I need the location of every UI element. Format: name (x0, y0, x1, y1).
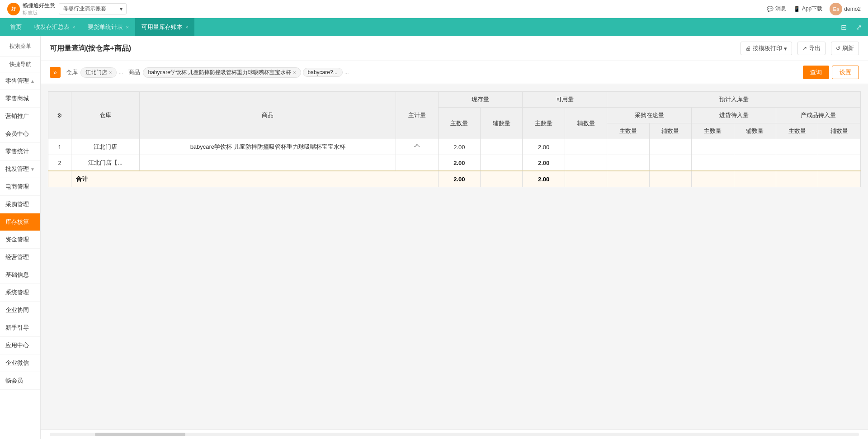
tab-available-stock-close[interactable]: × (185, 24, 188, 30)
row2-index: 2 (48, 155, 71, 171)
expand-icon: ▲ (30, 79, 35, 84)
warehouse-filter-group: 仓库 江北门店 × ... (66, 67, 123, 78)
tab-available-stock[interactable]: 可用量库存账本 × (135, 18, 194, 36)
sidebar-item-marketing[interactable]: 营销推广 (0, 108, 40, 125)
sidebar-item-enterprise-wechat[interactable]: 企业微信 (0, 354, 40, 372)
sidebar-item-retail-stats[interactable]: 零售统计 (0, 143, 40, 160)
refresh-icon: ↺ (836, 45, 840, 52)
app-label: App下载 (802, 5, 822, 13)
message-btn[interactable]: 💬 消息 (767, 5, 786, 13)
tab-receipts[interactable]: 收发存汇总表 × (28, 18, 81, 36)
warehouse-tag-text: 江北门店 (85, 69, 107, 76)
message-icon: 💬 (767, 6, 774, 12)
tab-bar-actions: ⊟ ⤢ (838, 23, 864, 32)
sidebar-item-vip-member[interactable]: 畅会员 (0, 372, 40, 390)
filter-toggle-btn[interactable]: » (50, 67, 61, 78)
app-download-btn[interactable]: 📱 App下载 (793, 5, 822, 13)
sidebar-search-area: 搜索菜单 (0, 36, 40, 57)
row1-index: 1 (48, 139, 71, 155)
industry-selector[interactable]: 母婴行业演示账套 ▾ (59, 3, 127, 14)
settings-btn[interactable]: 设置 (832, 66, 859, 79)
sidebar-item-wholesale-mgmt[interactable]: 批发管理 ▼ (0, 160, 40, 178)
sidebar-item-finance-mgmt-label: 资金管理 (5, 236, 29, 244)
search-menu-btn[interactable]: 搜索菜单 (4, 41, 37, 52)
pur-pending-aux-header: 辅数量 (734, 123, 776, 139)
current-main-qty-header: 主数量 (438, 108, 480, 139)
row1-warehouse: 江北门店 (71, 139, 140, 155)
tab-receipts-close[interactable]: × (72, 24, 75, 30)
username: demo2 (844, 6, 861, 12)
avatar-text: Ea (833, 6, 839, 12)
sidebar-item-new-guide[interactable]: 新手引导 (0, 319, 40, 337)
product-filter-more[interactable]: ... (344, 69, 349, 76)
sidebar-item-inventory-check[interactable]: 库存核算 (0, 213, 40, 231)
page-title: 可用量查询(按仓库+商品) (50, 44, 131, 53)
sidebar-item-enterprise-collab[interactable]: 企业协同 (0, 302, 40, 319)
sidebar-item-base-info-label: 基础信息 (5, 271, 29, 279)
sidebar-item-ecommerce[interactable]: 电商管理 (0, 178, 40, 196)
warehouse-tag: 江北门店 × (80, 67, 117, 78)
total-label: 合计 (71, 171, 438, 187)
product-tag-2: babycare?... (303, 68, 343, 77)
tab-order-stats[interactable]: 要货单统计表 × (81, 18, 135, 36)
user-menu[interactable]: Ea demo2 (830, 3, 861, 15)
sidebar-item-purchase-mgmt[interactable]: 采购管理 (0, 196, 40, 213)
warehouse-filter-more[interactable]: ... (118, 69, 123, 76)
query-btn[interactable]: 查询 (803, 66, 829, 79)
refresh-btn[interactable]: ↺ 刷新 (831, 42, 859, 55)
export-icon: ↗ (802, 45, 807, 52)
sidebar-item-retail-mall[interactable]: 零售商城 (0, 90, 40, 108)
sidebar-item-retail-mgmt[interactable]: 零售管理 ▲ (0, 72, 40, 90)
row2-available-main: 2.00 (523, 155, 565, 171)
page-header: 可用量查询(按仓库+商品) 🖨 按模板打印 ▾ ↗ 导出 ↺ 刷新 (41, 36, 868, 61)
total-current-main: 2.00 (438, 171, 480, 187)
row2-available-aux (565, 155, 607, 171)
tab-order-stats-close[interactable]: × (126, 24, 128, 30)
row2-main-unit (396, 155, 438, 171)
logo-area: 好 畅捷通好生意 标准版 (7, 2, 55, 16)
sidebar-item-operations-mgmt[interactable]: 经营管理 (0, 249, 40, 266)
refresh-label: 刷新 (842, 44, 854, 52)
sidebar-item-wholesale-mgmt-label: 批发管理 (5, 165, 29, 173)
tab-available-stock-label: 可用量库存账本 (142, 23, 183, 31)
total-available-main: 2.00 (523, 171, 565, 187)
horizontal-scrollbar[interactable] (50, 433, 859, 436)
sidebar-item-purchase-mgmt-label: 采购管理 (5, 200, 29, 208)
warehouse-tag-close[interactable]: × (109, 70, 112, 75)
main-unit-col-header: 主计量 (396, 92, 438, 139)
top-bar: 好 畅捷通好生意 标准版 母婴行业演示账套 ▾ 💬 消息 📱 App下载 Ea … (0, 0, 868, 18)
tab-expand-btn[interactable]: ⤢ (853, 23, 864, 32)
available-group-header: 可用量 (523, 92, 607, 108)
top-bar-right: 💬 消息 📱 App下载 Ea demo2 (767, 3, 861, 15)
sidebar-quick-nav[interactable]: 快捷导航 (0, 57, 40, 72)
row2-prod-pending-aux (818, 155, 861, 171)
sidebar-item-member-center-label: 会员中心 (5, 130, 29, 138)
sidebar-item-finance-mgmt[interactable]: 资金管理 (0, 231, 40, 249)
avatar: Ea (830, 3, 842, 15)
sidebar-item-system-mgmt[interactable]: 系统管理 (0, 284, 40, 302)
current-aux-qty-header: 辅数量 (481, 108, 523, 139)
main-layout: 搜索菜单 快捷导航 零售管理 ▲ 零售商城 营销推广 会员中心 零售统计 批发管… (0, 36, 868, 439)
total-pur-pending-aux (734, 171, 776, 187)
product-filter-label: 商品 (128, 68, 140, 76)
prod-pending-aux-header: 辅数量 (818, 123, 861, 139)
planned-inbound-group-header: 预计入库量 (607, 92, 861, 108)
row2-pur-pending-aux (734, 155, 776, 171)
product-tag-1-close[interactable]: × (293, 70, 296, 75)
row1-product: babycare学饮杯 儿童防摔防撞吸管杯重力球吸嘴杯宝宝水杯 (140, 139, 396, 155)
export-btn[interactable]: ↗ 导出 (797, 42, 826, 55)
available-main-qty-header: 主数量 (523, 108, 565, 139)
pur-pending-main-header: 主数量 (692, 123, 734, 139)
sidebar-item-retail-mall-label: 零售商城 (5, 94, 29, 103)
row1-current-main: 2.00 (438, 139, 480, 155)
sidebar-item-base-info[interactable]: 基础信息 (0, 266, 40, 284)
settings-col-header[interactable]: ⚙ (48, 92, 71, 139)
sidebar-item-app-center[interactable]: 应用中心 (0, 337, 40, 354)
sidebar-item-retail-mgmt-label: 零售管理 (5, 77, 29, 85)
total-row: 合计 2.00 2.00 (48, 171, 861, 187)
tab-minimize-btn[interactable]: ⊟ (838, 23, 849, 32)
sidebar-item-member-center[interactable]: 会员中心 (0, 125, 40, 143)
tab-order-stats-label: 要货单统计表 (88, 23, 123, 31)
print-btn[interactable]: 🖨 按模板打印 ▾ (741, 42, 792, 55)
tab-home[interactable]: 首页 (4, 18, 28, 36)
